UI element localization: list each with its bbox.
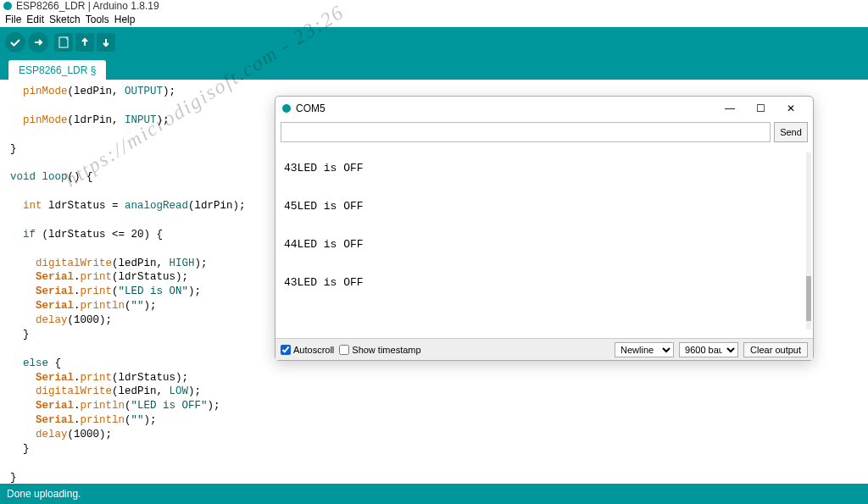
serial-titlebar[interactable]: COM5 — ☐ ✕	[275, 97, 813, 120]
clear-output-button[interactable]: Clear output	[743, 342, 808, 357]
serial-title: COM5	[296, 102, 326, 114]
tab-bar: ESP8266_LDR §	[0, 58, 868, 80]
scrollbar[interactable]	[806, 152, 811, 330]
upload-button[interactable]	[28, 32, 48, 53]
status-text: Done uploading.	[7, 488, 81, 500]
close-button[interactable]: ✕	[776, 98, 806, 119]
minimize-button[interactable]: —	[715, 98, 745, 119]
show-timestamp-checkbox[interactable]: Show timestamp	[339, 345, 420, 355]
serial-footer: Autoscroll Show timestamp Newline 9600 b…	[275, 338, 813, 360]
line-ending-select[interactable]: Newline	[615, 342, 674, 357]
menu-edit[interactable]: Edit	[25, 13, 46, 26]
menu-file[interactable]: File	[3, 13, 23, 26]
arduino-app-icon	[3, 2, 12, 10]
menu-bar: File Edit Sketch Tools Help	[0, 12, 868, 27]
arduino-app-icon	[282, 104, 291, 113]
maximize-button[interactable]: ☐	[745, 98, 776, 119]
send-button[interactable]: Send	[774, 122, 808, 142]
serial-input-row: Send	[275, 120, 813, 144]
open-button[interactable]	[75, 33, 94, 52]
baud-select[interactable]: 9600 baud	[679, 342, 738, 357]
toolbar	[0, 27, 868, 58]
scroll-thumb[interactable]	[806, 276, 811, 320]
serial-monitor-window: COM5 — ☐ ✕ Send 43LED is OFF 45LED is OF…	[275, 96, 814, 361]
menu-tools[interactable]: Tools	[84, 13, 111, 26]
menu-help[interactable]: Help	[113, 13, 137, 26]
status-bar: Done uploading.	[0, 484, 868, 504]
verify-button[interactable]	[5, 32, 25, 53]
autoscroll-checkbox[interactable]: Autoscroll	[281, 345, 334, 355]
new-button[interactable]	[54, 33, 73, 52]
serial-input[interactable]	[281, 122, 771, 142]
save-button[interactable]	[97, 33, 115, 52]
title-bar: ESP8266_LDR | Arduino 1.8.19	[0, 0, 868, 12]
window-title: ESP8266_LDR | Arduino 1.8.19	[16, 0, 159, 12]
serial-output[interactable]: 43LED is OFF 45LED is OFF 44LED is OFF 4…	[275, 144, 813, 338]
sketch-tab[interactable]: ESP8266_LDR §	[8, 60, 106, 80]
menu-sketch[interactable]: Sketch	[47, 13, 82, 26]
